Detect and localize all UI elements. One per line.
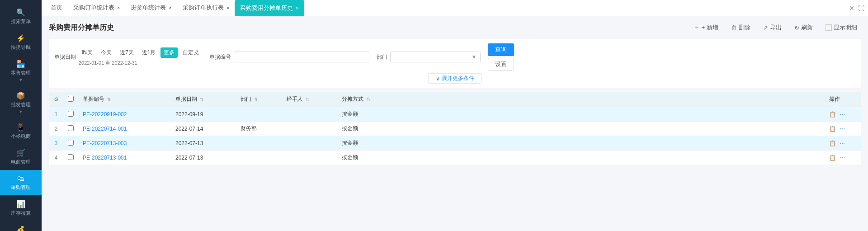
expand-filter-button[interactable]: ∨ 展开更多条件 [428,73,482,84]
row-checkbox-cell[interactable] [63,136,78,151]
doc-no-cell[interactable]: PE-20220919-002 [78,107,171,122]
row-checkbox[interactable] [68,111,74,117]
dept-select[interactable]: ▼ [390,52,481,62]
delete-icon: 🗑 [731,24,737,31]
money-icon: 💰 [16,226,25,231]
custom-btn[interactable]: 自定义 [179,47,202,58]
sort-icon[interactable]: ⇅ [200,97,203,102]
col-doc-no: 单据编号 ⇅ [78,92,171,107]
more-btn[interactable]: 更多 [160,47,178,58]
more-op-icon[interactable]: ⋯ [840,155,845,161]
date-label: 单据日期 [54,53,76,61]
show-column-checkbox[interactable] [826,24,832,31]
edit-icon[interactable]: 📋 [829,111,836,118]
tab-incoming-stats[interactable]: 进货单统计表 × [125,0,177,16]
sort-icon[interactable]: ⇅ [306,97,309,102]
edit-icon[interactable]: 📋 [829,155,836,161]
delete-button[interactable]: 🗑 删除 [727,22,754,33]
export-button[interactable]: ↗ 导出 [760,22,785,33]
sidebar-item-miniapp[interactable]: 📱 小畅电商 [0,118,42,144]
data-table: ⚙ 单据编号 ⇅ 单据日期 ⇅ 部门 [49,92,861,165]
doc-no-cell[interactable]: PE-20220714-001 [78,122,171,136]
maximize-icon[interactable]: ⛶ [858,5,864,12]
sidebar-item-purchase[interactable]: 🛍 采购管理 [0,170,42,195]
row-num: 2 [49,122,63,136]
date-quick-btns: 昨天 今天 近7天 近1月 更多 自定义 [79,47,202,58]
sidebar-item-search[interactable]: 🔍 搜索菜单 [0,4,42,29]
sidebar-item-shortcut[interactable]: ⚡ 快捷导航 [0,29,42,55]
row-checkbox-cell[interactable] [63,122,78,136]
tab-purchase-order-exec[interactable]: 采购订单执行表 × [177,0,235,16]
close-icon[interactable]: × [226,5,229,10]
row-num: 3 [49,136,63,151]
today-btn[interactable]: 今天 [98,47,115,58]
more-op-icon[interactable]: ⋯ [840,111,845,118]
tab-home[interactable]: 首页 [45,0,68,16]
doc-no-cell[interactable]: PE-20220713-003 [78,136,171,151]
sort-icon[interactable]: ⇅ [254,97,258,102]
last7days-btn[interactable]: 近7天 [117,47,137,58]
sidebar-item-wholesale[interactable]: 📦 批发管理 ▼ [0,87,42,118]
col-checkbox[interactable] [63,92,78,107]
search-icon: 🔍 [16,8,25,17]
sidebar-item-retail[interactable]: 🏪 零售管理 ▼ [0,55,42,87]
tab-purchase-order-stats[interactable]: 采购订单统计表 × [68,0,125,16]
doc-no-filter: 单据编号 [209,52,369,62]
more-op-icon[interactable]: ⋯ [840,126,845,132]
sidebar-item-inventory[interactable]: 📊 库存核算 [0,195,42,221]
operation-cell: 📋 ⋯ [825,151,861,165]
row-checkbox[interactable] [68,125,74,131]
settings-button[interactable]: 设置 [488,58,514,71]
row-checkbox-cell[interactable] [63,107,78,122]
mobile-icon: 📱 [16,123,25,132]
chevron-down-icon: ∨ [436,75,440,82]
show-column-toggle[interactable]: 显示明细 [822,22,861,33]
yesterday-btn[interactable]: 昨天 [79,47,96,58]
table-row: 3 PE-20220713-003 2022-07-13 按金额 📋 ⋯ [49,136,861,151]
col-split-method: 分摊方式 ⇅ [337,92,825,107]
close-all-icon[interactable]: ✕ [849,5,854,12]
sort-icon[interactable]: ⇅ [367,97,370,102]
row-checkbox[interactable] [68,140,74,146]
query-button[interactable]: 查询 [488,43,514,56]
select-all-checkbox[interactable] [68,96,74,102]
last1month-btn[interactable]: 近1月 [139,47,159,58]
sidebar-item-ecommerce[interactable]: 🛒 电商管理 [0,144,42,170]
doc-no-input[interactable] [234,52,369,62]
table-container: ⚙ 单据编号 ⇅ 单据日期 ⇅ 部门 [49,92,861,165]
handler-cell [282,107,338,122]
page-body: 采购费用分摊单历史 ＋ + 新增 🗑 删除 ↗ 导出 ↻ 刷新 [42,16,868,231]
tab-purchase-fee-history[interactable]: 采购费用分摊单历史 × [235,0,304,16]
store-icon: 🏪 [16,60,25,68]
split-method-cell: 按金额 [337,107,825,122]
table-row: 4 PE-20220713-001 2022-07-13 按金额 📋 ⋯ [49,151,861,165]
filter-expand-row: ∨ 展开更多条件 [54,73,855,84]
close-icon[interactable]: × [169,5,171,10]
split-method-cell: 按金额 [337,136,825,151]
add-button[interactable]: ＋ + 新增 [690,22,722,33]
doc-date-cell: 2022-09-19 [171,107,236,122]
filter-row: 单据日期 昨天 今天 近7天 近1月 更多 自定义 2022-01-01 至 2… [54,43,855,71]
date-filter: 单据日期 昨天 今天 近7天 近1月 更多 自定义 2022-01-01 至 2… [54,47,202,66]
chevron-down-icon: ▼ [19,78,23,82]
more-op-icon[interactable]: ⋯ [840,140,845,146]
refresh-icon: ↻ [794,24,799,31]
sort-icon[interactable]: ⇅ [107,97,111,102]
refresh-button[interactable]: ↻ 刷新 [791,22,816,33]
handler-cell [282,151,338,165]
edit-icon[interactable]: 📋 [829,140,836,146]
col-doc-date: 单据日期 ⇅ [171,92,236,107]
row-checkbox-cell[interactable] [63,151,78,165]
doc-date-cell: 2022-07-14 [171,122,236,136]
sidebar-item-finance[interactable]: 💰 资金管理 [0,221,42,231]
row-checkbox[interactable] [68,154,74,160]
page-title: 采购费用分摊单历史 [49,23,114,33]
close-icon[interactable]: × [117,5,120,10]
doc-no-cell[interactable]: PE-20220713-001 [78,151,171,165]
dept-filter: 部门 ▼ [377,52,481,62]
edit-icon[interactable]: 📋 [829,126,836,132]
dept-label: 部门 [377,53,387,61]
col-settings[interactable]: ⚙ [49,92,63,107]
close-icon[interactable]: × [296,5,298,11]
row-num: 4 [49,151,63,165]
